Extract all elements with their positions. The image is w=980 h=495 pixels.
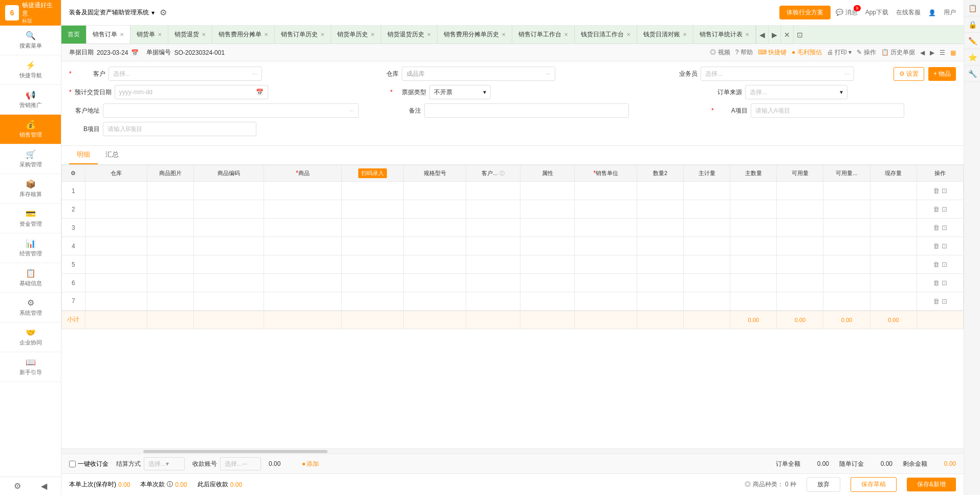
tab-nav-btn-1[interactable]: ▶ [768, 26, 780, 44]
collection-account-select[interactable]: 选择... ··· [220, 457, 261, 470]
tab-cash-daily-workbench[interactable]: 钱货日清工作台✕ [575, 26, 637, 44]
history-action[interactable]: 📋 历史单据 [881, 48, 915, 57]
sidebar-item-system[interactable]: ⚙系统管理 [0, 293, 61, 322]
col-header-main_qty[interactable]: 主数量 [730, 165, 777, 182]
sidebar-item-finance[interactable]: 💳资金管理 [0, 204, 61, 233]
trial-btn[interactable]: 体验行业方案 [779, 6, 831, 19]
col-header-stock[interactable]: 现存量 [870, 165, 917, 182]
tab-nav-btn-0[interactable]: ◀ [756, 26, 768, 44]
right-panel-btn-2[interactable]: 🔒 [964, 16, 980, 33]
tab-sales-order-history[interactable]: 销售订单历史✕ [275, 26, 331, 44]
right-panel-btn-3[interactable]: ✏️ [964, 33, 980, 49]
add-goods-btn[interactable]: + 物品 [928, 67, 956, 81]
app-download-btn[interactable]: App下载 [865, 8, 888, 17]
tab-sales-order-workbench[interactable]: 销售订单工作台✕ [512, 26, 575, 44]
tab-sales-return-history[interactable]: 销货单历史✕ [331, 26, 381, 44]
help-action[interactable]: ? 帮助 [735, 48, 753, 57]
tab-sales-refund-history[interactable]: 销货退货历史✕ [381, 26, 438, 44]
collapse-icon[interactable]: ◀ [41, 481, 47, 491]
delete-icon[interactable]: 🗑 [933, 224, 940, 231]
tab-home[interactable]: 首页 [61, 26, 86, 44]
one-click-collect-checkbox[interactable] [69, 461, 76, 467]
gear-icon[interactable]: ⚙ [160, 8, 167, 17]
sidebar-item-search[interactable]: 🔍搜索菜单 [0, 26, 61, 55]
tab-sales-expense-history[interactable]: 销售费用分摊单历史✕ [438, 26, 512, 44]
tab-close-sales-order-stats[interactable]: ✕ [745, 32, 749, 37]
inner-tab-summary[interactable]: 汇总 [98, 146, 126, 164]
col-header-attr[interactable]: 属性 [520, 165, 575, 182]
message-badge[interactable]: 💬 消息 9 [836, 8, 857, 17]
customer-address-input[interactable]: ··· [103, 103, 359, 118]
setting-btn[interactable]: ⚙ 设置 [894, 67, 924, 81]
tab-close-sales-order[interactable]: ✕ [120, 32, 124, 37]
copy-icon[interactable]: ⊡ [942, 242, 947, 250]
sidebar-item-sales[interactable]: 💰销售管理 [0, 115, 61, 144]
col-header-main_unit[interactable]: 主计量 [684, 165, 730, 182]
col-header-sales_unit[interactable]: *销售单位 [575, 165, 637, 182]
col-header-warehouse[interactable]: 仓库 [85, 165, 147, 182]
add-btn[interactable]: ● 添加 [302, 460, 319, 468]
col-header-avail[interactable]: 可用量 [777, 165, 823, 182]
a-project-input[interactable]: 请输入A项目 [751, 103, 904, 118]
next-icon[interactable]: ▶ [930, 49, 934, 56]
operate-action[interactable]: ✎ 操作 [857, 48, 876, 57]
tab-cash-daily-reconcile[interactable]: 钱货日清对账✕ [637, 26, 693, 44]
copy-icon[interactable]: ⊡ [942, 224, 947, 231]
horizontal-scrollbar[interactable] [61, 448, 964, 454]
delete-icon[interactable]: 🗑 [933, 279, 940, 287]
col-header-cust_code[interactable]: 客户... ⓘ [466, 165, 520, 182]
inner-tab-detail[interactable]: 明细 [69, 146, 98, 164]
payment-method-select[interactable]: 选择... ▾ [144, 457, 185, 470]
calendar-icon[interactable]: 📅 [131, 49, 139, 56]
warehouse-input[interactable]: 成品库 ··· [402, 67, 555, 81]
tab-sales-order-stats[interactable]: 销售订单统计表✕ [693, 26, 756, 44]
right-panel-btn-5[interactable]: 🔧 [964, 66, 980, 82]
sidebar-item-quick-nav[interactable]: ⚡快捷导航 [0, 55, 61, 85]
date-value[interactable]: 2023-03-24 [97, 49, 128, 56]
tab-close-sales-expense-split[interactable]: ✕ [264, 32, 268, 37]
delete-icon[interactable]: 🗑 [933, 261, 940, 268]
right-panel-btn-1[interactable]: 📋 [964, 0, 980, 16]
shortcuts-action[interactable]: ⌨ 快捷键 [758, 48, 787, 57]
save-draft-btn[interactable]: 保存草稿 [851, 477, 897, 492]
tab-close-sales-return-history[interactable]: ✕ [371, 32, 375, 37]
tab-nav-btn-2[interactable]: ✕ [780, 26, 793, 44]
tab-nav-btn-3[interactable]: ⊡ [793, 26, 806, 44]
sidebar-item-purchase[interactable]: 🛒采购管理 [0, 144, 61, 174]
tab-close-cash-daily-workbench[interactable]: ✕ [626, 32, 630, 37]
copy-icon[interactable]: ⊡ [942, 205, 947, 213]
tab-sales-refund[interactable]: 销货退货✕ [168, 26, 212, 44]
col-header-scan[interactable]: 扫码录入 [341, 165, 404, 182]
copy-icon[interactable]: ⊡ [942, 297, 947, 305]
col-header-product_img[interactable]: 商品图片 [147, 165, 194, 182]
staff-input[interactable]: 选择... ··· [701, 67, 854, 81]
discard-btn[interactable]: 放弃 [807, 477, 840, 492]
tab-close-cash-daily-reconcile[interactable]: ✕ [683, 32, 687, 37]
grid-view-icon[interactable]: ▦ [950, 49, 956, 56]
profit-action[interactable]: ● 毛利预估 [792, 48, 822, 57]
sidebar-item-operations[interactable]: 📊经营管理 [0, 233, 61, 263]
sidebar-item-inventory[interactable]: 📦库存核算 [0, 174, 61, 204]
tab-close-sales-return[interactable]: ✕ [158, 32, 162, 37]
invoice-type-select[interactable]: 不开票 ▾ [429, 85, 491, 99]
delete-icon[interactable]: 🗑 [933, 297, 940, 305]
col-header-gear[interactable]: ⚙ [62, 165, 85, 182]
sidebar-item-marketing[interactable]: 📢营销推广 [0, 85, 61, 115]
tab-sales-expense-split[interactable]: 销售费用分摊单✕ [212, 26, 275, 44]
user-avatar[interactable]: 👤 [928, 9, 936, 16]
delete-icon[interactable]: 🗑 [933, 187, 940, 195]
scrollbar-thumb[interactable] [143, 450, 328, 453]
system-selector[interactable]: 装备及固定资产辅助管理系统 ▾ [69, 8, 155, 17]
prev-icon[interactable]: ◀ [920, 49, 925, 56]
tab-close-sales-refund[interactable]: ✕ [202, 32, 206, 37]
sidebar-item-cooperation[interactable]: 🤝企业协同 [0, 322, 61, 352]
copy-icon[interactable]: ⊡ [942, 279, 947, 287]
delete-icon[interactable]: 🗑 [933, 242, 940, 250]
print-action[interactable]: 🖨 打印 ▾ [827, 48, 852, 57]
b-project-input[interactable]: 请输入B项目 [103, 122, 256, 136]
tab-close-sales-order-workbench[interactable]: ✕ [564, 32, 568, 37]
copy-icon[interactable]: ⊡ [942, 261, 947, 268]
tab-close-sales-order-history[interactable]: ✕ [320, 32, 324, 37]
remark-input[interactable] [424, 103, 629, 118]
col-header-product_code[interactable]: 商品编码 [194, 165, 264, 182]
